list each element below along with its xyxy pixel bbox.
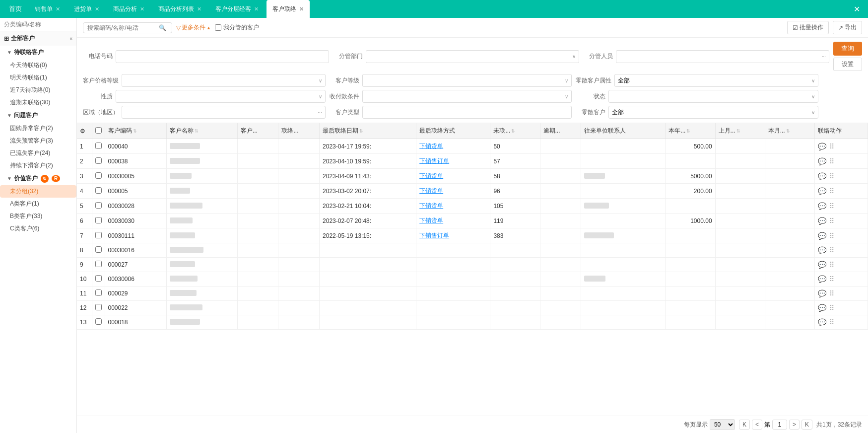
customer-type-input[interactable] [362, 106, 572, 119]
action-message-icon-9[interactable]: 💬 [818, 275, 826, 283]
action-more-icon-0[interactable]: ⠿ [829, 143, 834, 150]
sidebar-group-pending[interactable]: ▼ 待联络客户 [0, 46, 76, 59]
action-message-icon-3[interactable]: 💬 [818, 187, 826, 195]
my-customers-checkbox[interactable] [215, 24, 221, 31]
tab-product-analysis[interactable]: 商品分析 ✕ [107, 0, 150, 18]
action-more-icon-10[interactable]: ⠿ [829, 289, 834, 297]
row-check-1[interactable] [92, 154, 105, 169]
row-check-2[interactable] [92, 169, 105, 184]
row-check-12[interactable] [92, 315, 105, 330]
region-input[interactable]: ··· [122, 106, 326, 119]
close-window-icon[interactable]: ✕ [850, 4, 864, 14]
row-checkbox-3[interactable] [95, 187, 102, 194]
batch-ops-button[interactable]: ☑ 批量操作 [787, 21, 829, 34]
action-message-icon-11[interactable]: 💬 [818, 304, 826, 312]
row-check-4[interactable] [92, 199, 105, 214]
first-page-button[interactable]: K [739, 420, 750, 430]
sidebar-item-ungraded[interactable]: 未分组(32) [0, 185, 76, 198]
staff-more-icon[interactable]: ··· [822, 54, 826, 59]
dept-input[interactable]: ∨ [366, 50, 579, 63]
row-checkbox-8[interactable] [95, 261, 102, 267]
row-last-method-5[interactable]: 下销货单 [416, 214, 490, 228]
status-input[interactable]: ∨ [608, 90, 818, 103]
action-more-icon-3[interactable]: ⠿ [829, 187, 834, 195]
col-partner-contact[interactable]: 往来单位联系人 [581, 123, 666, 139]
action-message-icon-12[interactable]: 💬 [818, 318, 826, 326]
region-more-icon[interactable]: ··· [318, 110, 322, 115]
sidebar-item-lost[interactable]: 已流失客户(24) [0, 147, 76, 159]
col-last-contact-method[interactable]: 最后联络方式 [416, 123, 490, 139]
row-checkbox-5[interactable] [95, 217, 102, 223]
payment-input[interactable]: ∨ [362, 90, 572, 103]
action-more-icon-4[interactable]: ⠿ [829, 202, 834, 210]
tab-customer-segment[interactable]: 客户分层经客 ✕ [209, 0, 265, 18]
row-check-9[interactable] [92, 272, 105, 287]
staff-input[interactable]: ··· [616, 50, 829, 63]
sidebar-item-declining[interactable]: 持续下滑客户(2) [0, 159, 76, 172]
action-more-icon-5[interactable]: ⠿ [829, 217, 834, 225]
action-more-icon-8[interactable]: ⠿ [829, 261, 834, 269]
prev-page-button[interactable]: < [752, 420, 762, 430]
action-more-icon-11[interactable]: ⠿ [829, 304, 834, 312]
sidebar-item-overdue[interactable]: 逾期未联络(30) [0, 96, 76, 109]
retail-customer-input[interactable]: 全部 ∨ [608, 106, 818, 119]
row-checkbox-4[interactable] [95, 202, 102, 209]
sidebar-group-value[interactable]: ▼ 价值客户 ↻ R [0, 172, 76, 185]
row-last-method-1[interactable]: 下销售订单 [416, 154, 490, 169]
action-message-icon-7[interactable]: 💬 [818, 246, 826, 254]
search-input[interactable] [87, 24, 157, 31]
sidebar-item-week[interactable]: 近7天待联络(0) [0, 84, 76, 96]
row-check-0[interactable] [92, 139, 105, 154]
action-message-icon-10[interactable]: 💬 [818, 289, 826, 297]
col-name[interactable]: 客户名称⇅ [167, 123, 238, 139]
nature-input[interactable]: ∨ [116, 90, 326, 103]
row-checkbox-9[interactable] [95, 275, 102, 282]
price-level-input[interactable]: ∨ [122, 74, 326, 87]
sidebar-item-c-class[interactable]: C类客户(6) [0, 222, 76, 235]
row-checkbox-7[interactable] [95, 246, 102, 253]
sidebar-item-abnormal[interactable]: 固购异常客户(2) [0, 122, 76, 135]
close-sales-icon[interactable]: ✕ [56, 6, 60, 12]
col-level[interactable]: 客户... [237, 123, 278, 139]
col-contact[interactable]: 联络... [278, 123, 320, 139]
sidebar-collapse-icon[interactable]: « [69, 36, 72, 41]
sidebar-group-problem[interactable]: ▼ 问题客户 [0, 109, 76, 122]
row-check-6[interactable] [92, 228, 105, 243]
next-page-button[interactable]: > [789, 420, 800, 430]
per-page-select[interactable]: 50 100 200 [710, 419, 735, 430]
col-action[interactable]: 联络动作 [814, 123, 868, 139]
select-all-checkbox[interactable] [95, 127, 102, 134]
col-checkbox[interactable] [92, 123, 105, 139]
phone-input[interactable] [116, 50, 329, 63]
action-message-icon-2[interactable]: 💬 [818, 172, 826, 180]
row-check-8[interactable] [92, 258, 105, 272]
row-checkbox-11[interactable] [95, 304, 102, 310]
col-code[interactable]: 客户编码⇅ [105, 123, 167, 139]
close-customer-contact-icon[interactable]: ✕ [299, 6, 304, 12]
action-more-icon-7[interactable]: ⠿ [829, 246, 834, 254]
customer-level-input[interactable]: ∨ [362, 74, 572, 87]
tab-customer-contact[interactable]: 客户联络 ✕ [267, 0, 310, 18]
row-check-7[interactable] [92, 243, 105, 258]
row-check-11[interactable] [92, 301, 105, 315]
row-last-method-6[interactable]: 下销售订单 [416, 228, 490, 243]
action-message-icon-4[interactable]: 💬 [818, 202, 826, 210]
row-checkbox-6[interactable] [95, 232, 102, 238]
row-check-3[interactable] [92, 184, 105, 199]
tab-sales[interactable]: 销售单 ✕ [29, 0, 66, 18]
sidebar-item-today[interactable]: 今天待联络(0) [0, 59, 76, 72]
home-tab[interactable]: 首页 [4, 0, 27, 18]
action-message-icon-1[interactable]: 💬 [818, 157, 826, 165]
row-last-method-3[interactable]: 下销货单 [416, 184, 490, 199]
sidebar-search-input[interactable] [4, 21, 77, 28]
query-button[interactable]: 查询 [833, 42, 862, 56]
reset-button[interactable]: 设置 [833, 58, 862, 71]
sidebar-item-b-class[interactable]: B类客户(33) [0, 210, 76, 222]
close-customer-segment-icon[interactable]: ✕ [254, 6, 259, 12]
export-button[interactable]: ↗ 导出 [833, 21, 862, 34]
row-last-method-4[interactable]: 下销货单 [416, 199, 490, 214]
col-last-contact-date[interactable]: 最后联络日期⇅ [320, 123, 416, 139]
page-number-input[interactable] [772, 420, 787, 430]
action-more-icon-6[interactable]: ⠿ [829, 232, 834, 240]
row-last-method-2[interactable]: 下销货单 [416, 169, 490, 184]
